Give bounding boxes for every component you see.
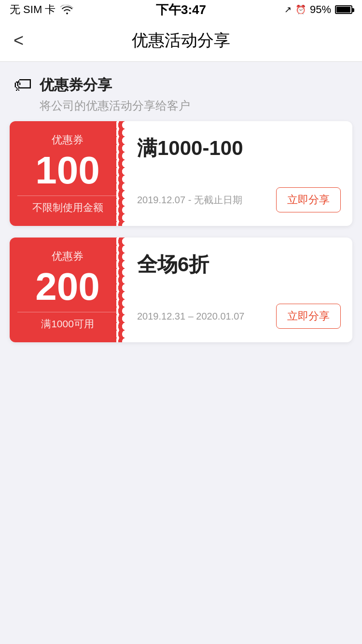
status-right: ↗ ⏰ 95% bbox=[284, 3, 352, 16]
coupon-footer-2: 2019.12.31 – 2020.01.07 立即分享 bbox=[137, 304, 341, 329]
share-button-2[interactable]: 立即分享 bbox=[276, 304, 341, 329]
coupon-condition-2: 满1000可用 bbox=[41, 317, 94, 331]
battery-icon bbox=[335, 5, 352, 14]
wifi-icon bbox=[60, 5, 74, 14]
coupon-name-2: 全场6折 bbox=[137, 251, 341, 278]
section-text: 优惠券分享 将公司的优惠活动分享给客户 bbox=[40, 75, 190, 113]
coupon-list: 优惠券 100 不限制使用金额 满1000-100 2019.12.07 - 无… bbox=[0, 121, 362, 354]
back-button[interactable]: < bbox=[14, 30, 24, 51]
share-button-1[interactable]: 立即分享 bbox=[276, 187, 341, 212]
coupon-left-2: 优惠券 200 满1000可用 bbox=[10, 238, 125, 342]
coupon-left-1: 优惠券 100 不限制使用金额 bbox=[10, 121, 125, 226]
carrier-text: 无 SIM 卡 bbox=[10, 2, 56, 17]
gps-icon: ↗ bbox=[284, 4, 292, 15]
coupon-amount-1: 100 bbox=[35, 151, 99, 190]
alarm-icon: ⏰ bbox=[295, 4, 306, 15]
coupon-right-1: 满1000-100 2019.12.07 - 无截止日期 立即分享 bbox=[125, 121, 352, 226]
coupon-right-2: 全场6折 2019.12.31 – 2020.01.07 立即分享 bbox=[125, 238, 352, 342]
status-left: 无 SIM 卡 bbox=[10, 2, 74, 17]
coupon-amount-2: 200 bbox=[35, 267, 99, 306]
coupon-card-2: 优惠券 200 满1000可用 全场6折 2019.12.31 – 2020.0… bbox=[10, 238, 352, 342]
section-title: 优惠券分享 bbox=[40, 75, 190, 95]
coupon-footer-1: 2019.12.07 - 无截止日期 立即分享 bbox=[137, 187, 341, 212]
coupon-divider-1 bbox=[17, 196, 118, 196]
coupon-card-1: 优惠券 100 不限制使用金额 满1000-100 2019.12.07 - 无… bbox=[10, 121, 352, 226]
nav-bar: < 优惠活动分享 bbox=[0, 19, 362, 62]
coupon-condition-1: 不限制使用金额 bbox=[32, 201, 103, 214]
section-header: 🏷 优惠券分享 将公司的优惠活动分享给客户 bbox=[0, 62, 362, 121]
empty-area bbox=[0, 354, 362, 595]
coupon-label-1: 优惠券 bbox=[52, 133, 84, 147]
coupon-name-1: 满1000-100 bbox=[137, 135, 341, 162]
section-subtitle: 将公司的优惠活动分享给客户 bbox=[40, 98, 190, 113]
coupon-label-2: 优惠券 bbox=[52, 249, 84, 264]
status-bar: 无 SIM 卡 下午3:47 ↗ ⏰ 95% bbox=[0, 0, 362, 19]
coupon-date-1: 2019.12.07 - 无截止日期 bbox=[137, 193, 270, 207]
status-time: 下午3:47 bbox=[156, 1, 206, 18]
coupon-share-icon: 🏷 bbox=[14, 75, 32, 94]
coupon-date-2: 2019.12.31 – 2020.01.07 bbox=[137, 309, 270, 323]
battery-percent: 95% bbox=[310, 3, 331, 16]
coupon-divider-2 bbox=[17, 312, 118, 312]
page-title: 优惠活动分享 bbox=[132, 29, 230, 52]
